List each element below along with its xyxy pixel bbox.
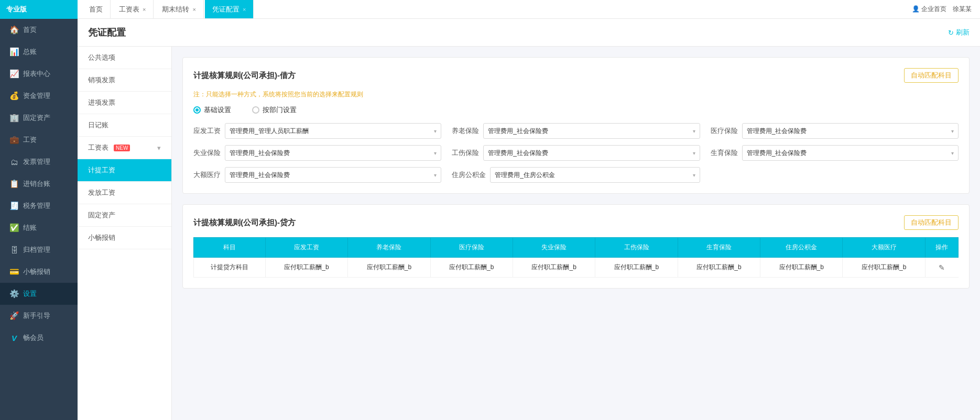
- col-maternity: 生育保险: [678, 238, 760, 258]
- sidebar-item-invoice[interactable]: 🗂 发票管理: [0, 151, 78, 173]
- form-row-unemployment: 失业保险 管理费用_社会保险费 ▾: [193, 145, 441, 161]
- nav-xiaochang-reimb[interactable]: 小畅报销: [78, 227, 171, 249]
- chevron-medical: ▾: [951, 128, 954, 134]
- cell-val-4: 应付职工薪酬_b: [595, 258, 678, 278]
- nav-purchase-invoice[interactable]: 进项发票: [78, 92, 171, 114]
- ledger-icon: 📊: [9, 47, 19, 57]
- debit-section-header: 计提核算规则(公司承担)-借方 自动匹配科目: [193, 68, 959, 83]
- nav-salary-table[interactable]: 工资表 NEW ▾: [78, 137, 171, 159]
- member-icon: V: [9, 334, 19, 342]
- left-nav: 公共选项 销项发票 进项发票 日记账 工资表 NEW ▾ 计提工资 发放工资: [78, 47, 172, 420]
- tab-voucher-config[interactable]: 凭证配置 ×: [205, 0, 254, 18]
- tab-home[interactable]: 首页: [82, 0, 111, 18]
- sidebar-item-fund[interactable]: 💰 资金管理: [0, 85, 78, 107]
- select-pension[interactable]: 管理费用_社会保险费 ▾: [483, 123, 700, 139]
- nav-calc-salary[interactable]: 计提工资: [78, 159, 171, 182]
- nav-fixed-assets[interactable]: 固定资产: [78, 204, 171, 227]
- chevron-applied-salary: ▾: [434, 128, 437, 134]
- select-unemployment[interactable]: 管理费用_社会保险费 ▾: [225, 145, 441, 161]
- assets-icon: 🏢: [9, 113, 19, 123]
- debit-title: 计提核算规则(公司承担)-借方: [193, 71, 296, 81]
- select-critical-illness[interactable]: 管理费用_社会保险费 ▾: [225, 167, 441, 183]
- tab-salary-table[interactable]: 工资表 ×: [112, 0, 154, 18]
- credit-section-header: 计提核算规则(公司承担)-贷方 自动匹配科目: [193, 215, 959, 230]
- credit-table: 科目 应发工资 养老保险 医疗保险 失业保险 工伤保险 生育保险 住房公积金 大…: [193, 237, 959, 278]
- sidebar: 专业版 🏠 首页 📊 总账 📈 报表中心 💰 资金管理 🏢 固定资产 💼 工资 …: [0, 0, 78, 420]
- debit-section: 计提核算规则(公司承担)-借方 自动匹配科目 注：只能选择一种方式，系统将按照您…: [182, 57, 970, 194]
- home-icon: 🏠: [9, 25, 19, 35]
- chevron-injury: ▾: [693, 150, 695, 156]
- col-pension: 养老保险: [348, 238, 430, 258]
- sidebar-item-stock[interactable]: 📋 进销台账: [0, 173, 78, 195]
- select-injury[interactable]: 管理费用_社会保险费 ▾: [483, 145, 700, 161]
- guide-icon: 🚀: [9, 311, 19, 320]
- report-icon: 📈: [9, 69, 19, 79]
- cell-val-3: 应付职工薪酬_b: [513, 258, 595, 278]
- cell-val-6: 应付职工薪酬_b: [760, 258, 843, 278]
- sidebar-item-settle[interactable]: ✅ 结账: [0, 217, 78, 239]
- form-row-critical-illness: 大额医疗 管理费用_社会保险费 ▾: [193, 167, 441, 183]
- nav-pay-salary[interactable]: 发放工资: [78, 182, 171, 204]
- label-critical-illness: 大额医疗: [193, 170, 221, 180]
- debit-auto-match-button[interactable]: 自动匹配科目: [904, 68, 959, 83]
- nav-journal[interactable]: 日记账: [78, 114, 171, 137]
- chevron-critical-illness: ▾: [434, 172, 437, 178]
- sidebar-item-xiaochang[interactable]: 💳 小畅报销: [0, 261, 78, 283]
- col-injury: 工伤保险: [595, 238, 678, 258]
- nav-sales-invoice[interactable]: 销项发票: [78, 69, 171, 92]
- sidebar-item-report[interactable]: 📈 报表中心: [0, 63, 78, 85]
- archive-icon: 🗄: [9, 246, 19, 255]
- content-area: 公共选项 销项发票 进项发票 日记账 工资表 NEW ▾ 计提工资 发放工资: [78, 47, 980, 420]
- invoice-icon: 🗂: [9, 158, 19, 167]
- sidebar-item-tax[interactable]: 🧾 税务管理: [0, 195, 78, 217]
- form-row-maternity: 生育保险 管理费用_社会保险费 ▾: [711, 145, 959, 161]
- main-area: 首页 工资表 × 期末结转 × 凭证配置 × 👤 企业首页 徐某某 凭证配置 ↻…: [78, 0, 980, 420]
- table-row: 计提贷方科目 应付职工薪酬_b 应付职工薪酬_b 应付职工薪酬_b 应付职工薪酬…: [194, 258, 959, 278]
- sidebar-item-member[interactable]: V 畅会员: [0, 327, 78, 349]
- label-pension: 养老保险: [452, 126, 479, 136]
- col-critical: 大额医疗: [843, 238, 925, 258]
- sidebar-item-home[interactable]: 🏠 首页: [0, 19, 78, 41]
- refresh-button[interactable]: ↻ 刷新: [948, 28, 970, 37]
- tab-close-salary[interactable]: ×: [143, 6, 146, 13]
- tab-close-period[interactable]: ×: [192, 6, 195, 13]
- settings-icon: ⚙️: [9, 289, 19, 299]
- sidebar-item-guide[interactable]: 🚀 新手引导: [0, 305, 78, 327]
- form-row-applied-salary: 应发工资 管理费用_管理人员职工薪酬 ▾: [193, 123, 441, 139]
- sidebar-item-assets[interactable]: 🏢 固定资产: [0, 107, 78, 129]
- radio-basic[interactable]: 基础设置: [193, 105, 231, 115]
- label-injury: 工伤保险: [452, 148, 479, 158]
- select-applied-salary[interactable]: 管理费用_管理人员职工薪酬 ▾: [225, 123, 441, 139]
- salary-icon: 💼: [9, 135, 19, 145]
- edit-icon[interactable]: ✎: [939, 263, 945, 272]
- cell-action[interactable]: ✎: [925, 258, 958, 278]
- sidebar-item-ledger[interactable]: 📊 总账: [0, 41, 78, 63]
- settle-icon: ✅: [9, 223, 19, 233]
- credit-auto-match-button[interactable]: 自动匹配科目: [904, 215, 959, 230]
- tab-close-voucher[interactable]: ×: [243, 6, 246, 13]
- top-bar-right: 👤 企业首页 徐某某: [912, 5, 976, 14]
- page-title: 凭证配置: [88, 26, 126, 39]
- tab-period-end[interactable]: 期末结转 ×: [155, 0, 203, 18]
- sidebar-item-settings[interactable]: ⚙️ 设置: [0, 283, 78, 305]
- form-row-injury: 工伤保险 管理费用_社会保险费 ▾: [452, 145, 700, 161]
- page-header: 凭证配置 ↻ 刷新: [78, 19, 980, 47]
- nav-public[interactable]: 公共选项: [78, 47, 171, 69]
- label-applied-salary: 应发工资: [193, 126, 221, 136]
- radio-department[interactable]: 按部门设置: [252, 105, 297, 115]
- select-medical[interactable]: 管理费用_社会保险费 ▾: [742, 123, 959, 139]
- stock-icon: 📋: [9, 179, 19, 189]
- chevron-maternity: ▾: [951, 150, 954, 156]
- label-unemployment: 失业保险: [193, 148, 221, 158]
- label-medical: 医疗保险: [711, 126, 738, 136]
- radio-department-circle: [252, 106, 259, 114]
- select-maternity[interactable]: 管理费用_社会保险费 ▾: [742, 145, 959, 161]
- chevron-housing-fund: ▾: [693, 172, 695, 178]
- cell-subject: 计提贷方科目: [194, 258, 266, 278]
- chevron-pension: ▾: [693, 128, 695, 134]
- select-housing-fund[interactable]: 管理费用_住房公积金 ▾: [490, 167, 700, 183]
- new-badge: NEW: [114, 145, 130, 151]
- sidebar-item-archive[interactable]: 🗄 归档管理: [0, 239, 78, 261]
- form-row-medical: 医疗保险 管理费用_社会保险费 ▾: [711, 123, 959, 139]
- sidebar-item-salary[interactable]: 💼 工资: [0, 129, 78, 151]
